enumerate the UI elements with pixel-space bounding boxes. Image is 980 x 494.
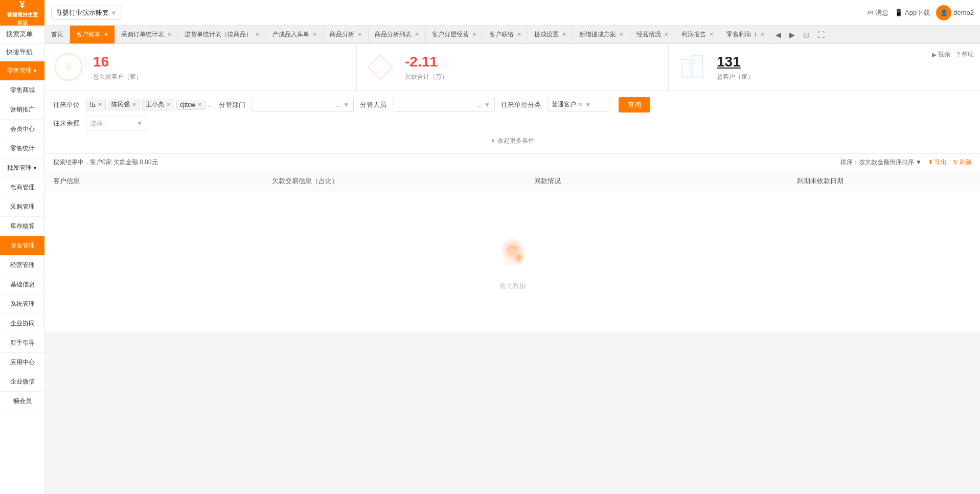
person-more[interactable]: ... xyxy=(477,101,482,108)
app-download-label: App下载 xyxy=(905,8,930,17)
tab-fullscreen-btn[interactable]: ⛶ xyxy=(813,26,829,43)
unit-tag-1[interactable]: 陈民强 ✕ xyxy=(108,99,140,110)
unit-type-label: 往来单位分类 xyxy=(501,100,541,109)
card-icon-diamond xyxy=(365,52,396,82)
tab-customer-book[interactable]: 客户账本 ✕ xyxy=(70,26,115,43)
tab-add-raise[interactable]: 新增提成方案 ✕ xyxy=(573,26,630,43)
unit-tag-0-close[interactable]: ✕ xyxy=(98,101,102,108)
tab-menu-btn[interactable]: ⊟ xyxy=(799,26,813,43)
sort-button[interactable]: 排序：按欠款金额倒序排序 ▼ xyxy=(840,158,922,167)
sidebar-item-retail-stats[interactable]: 零售统计 xyxy=(0,139,44,159)
sidebar-item-member[interactable]: 会员中心 xyxy=(0,120,44,139)
tab-close-icon12[interactable]: ✕ xyxy=(709,31,714,38)
app-download-btn[interactable]: 📱 App下载 xyxy=(895,8,930,17)
filter-section: 往来单位 伍 ✕ 陈民强 ✕ 王小亮 ✕ cjttcw xyxy=(45,91,980,154)
logo-sub: 标版 xyxy=(17,19,28,27)
person-select-value xyxy=(397,100,475,109)
tab-close-icon[interactable]: ✕ xyxy=(104,31,108,38)
tab-purchase-order[interactable]: 采购订单统计表 ✕ xyxy=(115,26,178,43)
tab-close-icon13[interactable]: ✕ xyxy=(760,31,765,38)
unit-tag-3-close[interactable]: ✕ xyxy=(197,101,202,108)
export-button[interactable]: ⬆ 导出 xyxy=(928,158,947,167)
sidebar-item-retail-shop[interactable]: 零售商城 xyxy=(0,81,44,100)
unit-tag-1-close[interactable]: ✕ xyxy=(132,101,136,108)
tab-close-icon11[interactable]: ✕ xyxy=(664,31,669,38)
tab-customer-contact[interactable]: 客户联络 ✕ xyxy=(483,26,528,43)
account-selector[interactable]: 母婴行业演示账套 ▼ xyxy=(51,6,121,20)
tab-profit-report[interactable]: 利润报告 ✕ xyxy=(675,26,720,43)
sidebar-item-finance[interactable]: 资金管理 xyxy=(0,236,44,256)
tab-close-icon10[interactable]: ✕ xyxy=(619,31,624,38)
unit-tag-3[interactable]: cjttcw ✕ xyxy=(176,100,206,110)
quick-nav[interactable]: 快捷导航 xyxy=(0,43,44,61)
tab-close-icon5[interactable]: ✕ xyxy=(357,31,362,38)
balance-select[interactable]: 选择... ▼ xyxy=(86,117,147,130)
tab-product-analysis-list[interactable]: 商品分析列表 ✕ xyxy=(369,26,426,43)
svg-rect-11 xyxy=(698,59,700,61)
video-label: 视频 xyxy=(938,50,950,59)
sidebar-item-retail-mgmt[interactable]: 零售管理 ▼ xyxy=(0,61,44,81)
sidebar-item-system[interactable]: 系统管理 xyxy=(0,295,44,314)
sidebar-item-ecommerce[interactable]: 电商管理 xyxy=(0,178,44,197)
sidebar-item-basic-info[interactable]: 基础信息 xyxy=(0,275,44,295)
sidebar-item-inventory[interactable]: 库存核算 xyxy=(0,217,44,236)
tab-raise-settings[interactable]: 提成设置 ✕ xyxy=(528,26,573,43)
tab-next-btn[interactable]: ▶ xyxy=(785,26,799,43)
search-menu[interactable]: 搜索菜单 xyxy=(0,26,44,43)
sidebar-item-app-center[interactable]: 应用中心 xyxy=(0,353,44,372)
tab-home[interactable]: 首页 xyxy=(45,26,70,43)
results-info-text: 搜索结果中，客户0家 欠款金额 0.00元 xyxy=(53,159,158,166)
col-repayment: 回款情况 xyxy=(534,176,796,186)
unit-tag-2[interactable]: 王小亮 ✕ xyxy=(142,99,174,110)
collapse-button[interactable]: ∧ 收起更多条件 xyxy=(485,134,540,147)
sidebar-item-operations[interactable]: 经营管理 xyxy=(0,256,44,275)
app-logo: ¥ 畅捷通好生意 标版 xyxy=(0,0,44,26)
refresh-button[interactable]: ↻ 刷新 xyxy=(953,158,972,167)
sidebar-item-vip[interactable]: 畅会员 xyxy=(0,392,44,411)
tab-close-icon8[interactable]: ✕ xyxy=(517,31,521,38)
tab-retail-profit[interactable]: 零售利润（ ✕ xyxy=(720,26,771,43)
unit-type-select[interactable]: 普通客户 ✕ ▼ xyxy=(547,98,608,111)
tab-close-icon3[interactable]: ✕ xyxy=(255,31,260,38)
unit-type-tag[interactable]: 普通客户 ✕ xyxy=(552,100,583,109)
sidebar-item-enterprise[interactable]: 企业协同 xyxy=(0,314,44,333)
results-actions: 排序：按欠款金额倒序排序 ▼ ⬆ 导出 ↻ 刷新 xyxy=(840,158,972,167)
tab-product-analysis[interactable]: 商品分析 ✕ xyxy=(324,26,369,43)
tab-close-icon2[interactable]: ✕ xyxy=(167,31,172,38)
tab-operations-status[interactable]: 经营情况 ✕ xyxy=(630,26,675,43)
sidebar-item-newbie[interactable]: 新手引导 xyxy=(0,333,44,353)
tab-close-icon7[interactable]: ✕ xyxy=(472,31,476,38)
sidebar-item-wholesale-label: 批发管理 xyxy=(7,164,32,172)
tab-production-input[interactable]: 产成品入库单 ✕ xyxy=(266,26,324,43)
sidebar-item-enterprise-wx[interactable]: 企业微信 xyxy=(0,372,44,392)
sidebar-item-finance-label: 资金管理 xyxy=(10,242,35,249)
main-container: 母婴行业演示账套 ▼ ✉ 消息 📱 App下载 👤 demo2 首页 xyxy=(45,0,980,494)
unit-tags-more[interactable]: ... xyxy=(208,101,213,108)
chevron-down-icon-account: ▼ xyxy=(111,10,117,16)
tab-customer-segment[interactable]: 客户分层经营 ✕ xyxy=(426,26,483,43)
balance-placeholder: 选择... xyxy=(90,119,108,128)
sidebar-item-newbie-label: 新手引导 xyxy=(10,339,35,346)
tab-close-icon4[interactable]: ✕ xyxy=(312,31,317,38)
sidebar-item-wholesale[interactable]: 批发管理 ▼ xyxy=(0,159,44,178)
tab-prev-btn[interactable]: ◀ xyxy=(771,26,785,43)
tab-close-icon6[interactable]: ✕ xyxy=(415,31,419,38)
col-date-label: 到期未收款日期 xyxy=(797,177,844,185)
tab-close-icon9[interactable]: ✕ xyxy=(562,31,566,38)
unit-tag-0[interactable]: 伍 ✕ xyxy=(86,99,106,110)
query-button-label: 查询 xyxy=(628,101,641,108)
help-btn[interactable]: ? 帮助 xyxy=(956,50,974,59)
sidebar-item-system-label: 系统管理 xyxy=(10,300,35,307)
tab-purchase-stats[interactable]: 进货单统计表（按商品） ✕ xyxy=(178,26,266,43)
video-btn[interactable]: ▶ 视频 xyxy=(932,50,950,59)
unit-type-tag-close[interactable]: ✕ xyxy=(578,101,583,108)
dept-more[interactable]: ... xyxy=(336,101,341,108)
message-btn[interactable]: ✉ 消息 xyxy=(868,8,888,17)
user-profile[interactable]: 👤 demo2 xyxy=(936,5,974,20)
sidebar-item-marketing[interactable]: 营销推广 xyxy=(0,100,44,120)
dept-select[interactable]: ... ▼ xyxy=(252,98,354,111)
sidebar-item-purchase[interactable]: 采购管理 xyxy=(0,197,44,217)
unit-tag-2-close[interactable]: ✕ xyxy=(166,101,171,108)
person-select[interactable]: ... ▼ xyxy=(393,98,495,111)
query-button[interactable]: 查询 xyxy=(619,97,650,113)
